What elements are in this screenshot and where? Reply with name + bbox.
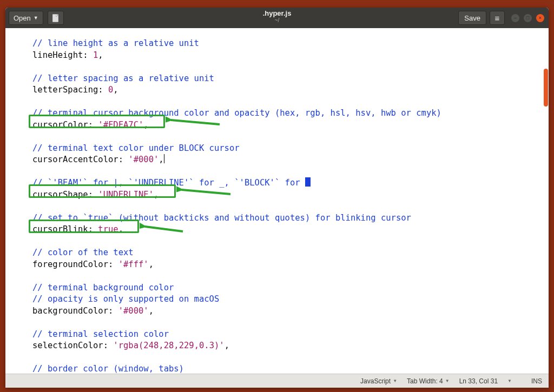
comment: // `'BEAM'` for |, `'UNDERLINE'` for _, … (32, 178, 305, 188)
save-label: Save (464, 14, 480, 22)
punct: , (154, 190, 159, 200)
punct: , (118, 224, 123, 234)
comment: // line height as a relative unit (32, 38, 199, 48)
comment: // letter spacing as a relative unit (32, 74, 214, 83)
new-document-icon (51, 14, 60, 22)
comment: // border color (window, tabs) (32, 364, 184, 374)
property: cursorColor: (32, 120, 93, 130)
block-cursor-glyph (305, 177, 311, 187)
new-document-button[interactable] (48, 11, 64, 25)
scrollbar[interactable] (543, 28, 549, 374)
punct: , (149, 260, 154, 269)
value: 'rgba(248,28,229,0.3)' (113, 341, 224, 350)
maximize-button[interactable]: □ (524, 14, 532, 22)
language-label: JavaScript (360, 377, 391, 385)
value: true (98, 224, 118, 234)
titlebar: Open ▼ .hyper.js ~/ Save ≡ – □ × (5, 8, 549, 28)
comment: // terminal selection color (32, 329, 169, 339)
comment: // set to `true` (without backticks and … (32, 213, 411, 223)
text-caret (164, 154, 164, 163)
position-label: Ln 33, Col 31 (459, 377, 498, 385)
editor-window: Open ▼ .hyper.js ~/ Save ≡ – □ × // line… (5, 8, 549, 388)
punct: , (98, 50, 103, 60)
file-path: ~/ (263, 17, 292, 23)
property: letterSpacing: (32, 85, 103, 95)
value: '#fff' (118, 260, 149, 269)
insert-mode[interactable]: INS (531, 377, 542, 385)
open-button[interactable]: Open ▼ (9, 11, 43, 25)
comment: // opacity is only supported on macOS (32, 294, 219, 304)
comment: // color of the text (32, 248, 134, 257)
hamburger-menu-button[interactable]: ≡ (490, 11, 505, 25)
open-label: Open (14, 14, 31, 22)
maximize-icon: □ (526, 15, 529, 21)
comment: // terminal cursor background color and … (32, 108, 441, 118)
punct: , (143, 120, 148, 130)
status-bar: JavaScript ▼ Tab Width: 4 ▼ Ln 33, Col 3… (5, 374, 549, 388)
punct: , (113, 85, 118, 95)
chevron-down-icon: ▼ (507, 378, 512, 383)
minimize-button[interactable]: – (511, 14, 519, 22)
property: backgroundColor: (32, 306, 113, 316)
punct: , (159, 155, 163, 164)
property: cursorBlink: (32, 224, 93, 234)
value: 0 (108, 85, 113, 95)
language-selector[interactable]: JavaScript ▼ (360, 377, 397, 385)
property: lineHeight: (32, 50, 88, 60)
mode-label: INS (531, 377, 542, 385)
scrollbar-thumb[interactable] (544, 69, 548, 107)
code-editor[interactable]: // line height as a relative unit lineHe… (5, 28, 549, 374)
punct: , (225, 341, 229, 350)
chevron-down-icon: ▼ (445, 378, 450, 383)
comment: // terminal text color under BLOCK curso… (32, 143, 240, 153)
value: '#FDFA7C' (98, 120, 143, 130)
editor-area[interactable]: // line height as a relative unit lineHe… (5, 28, 549, 374)
property: foregroundColor: (32, 260, 113, 269)
hamburger-icon: ≡ (495, 14, 500, 23)
value: 'UNDERLINE' (98, 190, 154, 200)
tab-width-label: Tab Width: 4 (407, 377, 443, 385)
save-button[interactable]: Save (458, 11, 486, 25)
value: '#000' (128, 155, 159, 164)
value: '#000' (118, 306, 149, 316)
chevron-down-icon: ▼ (34, 15, 38, 21)
close-icon: × (539, 15, 542, 21)
punct: , (149, 306, 154, 316)
minimize-icon: – (514, 15, 517, 21)
cursor-position[interactable]: Ln 33, Col 31 (459, 377, 498, 385)
property: cursorAccentColor: (32, 155, 123, 164)
value: 1 (93, 50, 98, 60)
window-title: .hyper.js ~/ (263, 9, 292, 23)
tab-width-selector[interactable]: Tab Width: 4 ▼ (407, 377, 450, 385)
chevron-down-icon: ▼ (393, 378, 397, 383)
window-controls: – □ × (511, 14, 544, 22)
property: cursorShape: (32, 190, 93, 200)
filename: .hyper.js (263, 9, 292, 17)
close-button[interactable]: × (536, 14, 544, 22)
property: selectionColor: (32, 341, 108, 350)
comment: // terminal background color (32, 283, 174, 293)
